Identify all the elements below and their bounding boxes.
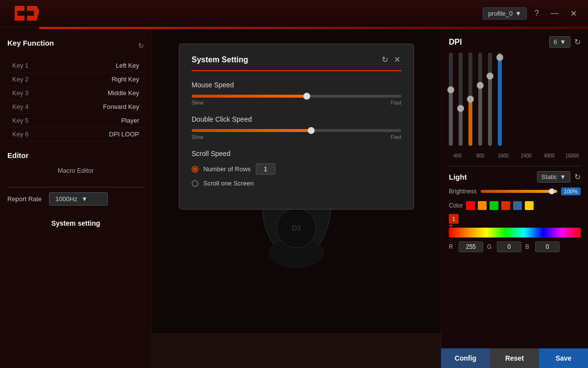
modal-refresh-button[interactable]: ↻ xyxy=(381,54,389,65)
close-button[interactable]: ✕ xyxy=(566,7,581,20)
dpi-title: DPI xyxy=(449,38,462,47)
save-button[interactable]: Save xyxy=(539,348,588,368)
dpi-label-col: 16000 xyxy=(564,153,581,158)
dpi-count-dropdown[interactable]: 6 ▼ xyxy=(549,36,570,48)
mouse-speed-fill xyxy=(192,95,307,98)
dpi-slider-6[interactable] xyxy=(498,53,502,146)
brightness-slider[interactable] xyxy=(481,190,557,193)
color-selector-box: 1 xyxy=(449,214,581,237)
rgb-row: R G B xyxy=(449,241,581,252)
double-click-slider-row: Slow Fast xyxy=(192,129,401,140)
color-number-1[interactable]: 1 xyxy=(449,214,459,224)
key-row[interactable]: Key 5 Player xyxy=(7,114,144,128)
color-swatch-5[interactable] xyxy=(513,201,522,210)
dpi-slider-5[interactable] xyxy=(488,53,492,146)
key-function-refresh-icon[interactable]: ↻ xyxy=(138,42,144,50)
dpi-slider-3[interactable] xyxy=(468,53,472,146)
dpi-label-col: 400 xyxy=(449,153,466,158)
mouse-speed-section: Mouse Speed Slow Fast xyxy=(192,81,401,105)
system-setting-button[interactable]: System setting xyxy=(7,215,144,231)
dpi-track-5 xyxy=(488,53,492,146)
key-row[interactable]: Key 3 Middle Key xyxy=(7,86,144,100)
dpi-fill-3 xyxy=(468,99,472,146)
dpi-refresh-button[interactable]: ↻ xyxy=(574,37,581,47)
chevron-down-icon: ▼ xyxy=(560,38,566,46)
color-swatch-2[interactable] xyxy=(478,201,487,210)
double-click-section: Double Click Speed Slow Fast xyxy=(192,115,401,140)
mouse-speed-track[interactable] xyxy=(192,95,401,98)
dpi-slider-1[interactable] xyxy=(449,53,453,146)
scroll-rows-input[interactable] xyxy=(256,163,275,175)
dpi-thumb-3[interactable] xyxy=(467,96,474,103)
color-swatch-6[interactable] xyxy=(525,201,534,210)
scroll-screen-radio[interactable] xyxy=(192,180,198,187)
double-click-title: Double Click Speed xyxy=(192,115,401,123)
key-row[interactable]: Key 1 Left Key xyxy=(7,59,144,73)
profile-dropdown[interactable]: profile_0 ▼ xyxy=(483,7,527,20)
g-input[interactable] xyxy=(497,241,521,252)
dpi-thumb-4[interactable] xyxy=(477,82,484,89)
minimize-button[interactable]: — xyxy=(547,7,563,20)
dpi-slider-4[interactable] xyxy=(478,53,482,146)
dpi-track-2 xyxy=(459,53,463,146)
top-bar: profile_0 ▼ ? — ✕ xyxy=(0,0,588,27)
dpi-thumb-2[interactable] xyxy=(457,105,464,112)
dpi-track-1 xyxy=(449,53,453,146)
light-title: Light xyxy=(449,173,467,181)
mouse-speed-thumb[interactable] xyxy=(303,93,310,100)
dpi-fill-1 xyxy=(449,90,453,146)
scroll-rows-label: Number of Rows xyxy=(203,165,251,173)
dpi-fill-5 xyxy=(488,76,492,146)
editor-section: Editor Macro Editor xyxy=(7,151,144,177)
key-row[interactable]: Key 4 Forward Key xyxy=(7,100,144,114)
help-button[interactable]: ? xyxy=(531,7,543,20)
dpi-label-col: 1600 xyxy=(495,153,512,158)
config-button[interactable]: Config xyxy=(441,348,490,368)
g-label: G xyxy=(487,243,493,250)
dpi-count-value: 6 xyxy=(554,38,557,46)
modal-title: System Setting xyxy=(192,55,248,64)
double-click-thumb[interactable] xyxy=(308,127,315,134)
dpi-label-col: 4800 xyxy=(540,153,558,158)
dpi-track-3 xyxy=(468,53,472,146)
chevron-down-icon: ▼ xyxy=(81,195,88,203)
mouse-speed-fast-label: Fast xyxy=(391,100,401,105)
chevron-down-icon: ▼ xyxy=(515,10,521,17)
brightness-thumb[interactable] xyxy=(549,188,555,194)
dpi-thumb-6[interactable] xyxy=(496,54,503,61)
scroll-rows-radio[interactable] xyxy=(192,166,198,173)
macro-editor-button[interactable]: Macro Editor xyxy=(7,164,144,177)
dpi-thumb-1[interactable] xyxy=(447,86,454,93)
dpi-fill-2 xyxy=(459,108,463,146)
dpi-thumb-5[interactable] xyxy=(487,73,493,79)
report-rate-dropdown[interactable]: 1000Hz ▼ xyxy=(49,192,108,206)
color-swatch-3[interactable] xyxy=(490,201,498,210)
dpi-header: DPI 6 ▼ ↻ xyxy=(449,36,581,48)
scroll-rows-option: Number of Rows xyxy=(192,163,401,175)
modal-close-button[interactable]: ✕ xyxy=(393,54,401,65)
color-gradient-bar[interactable] xyxy=(449,228,581,237)
dpi-fill-6 xyxy=(498,57,502,146)
color-swatch-4[interactable] xyxy=(501,201,510,210)
light-mode-dropdown[interactable]: Static ▼ xyxy=(537,171,570,183)
color-label: Color xyxy=(449,202,463,209)
dpi-track-4 xyxy=(478,53,482,146)
b-input[interactable] xyxy=(535,241,560,252)
dpi-slider-2[interactable] xyxy=(459,53,463,146)
key-row[interactable]: Key 6 DPI LOOP xyxy=(7,128,144,141)
dpi-fill-4 xyxy=(478,85,482,146)
mouse-speed-slow-label: Slow xyxy=(192,100,203,105)
key-row[interactable]: Key 2 Right Key xyxy=(7,73,144,86)
app-logo xyxy=(7,1,47,26)
light-refresh-button[interactable]: ↻ xyxy=(574,172,581,182)
report-rate-label: Report Rate xyxy=(7,195,42,203)
r-input[interactable] xyxy=(459,241,483,252)
color-swatch-1[interactable] xyxy=(466,201,475,210)
double-click-track[interactable] xyxy=(192,129,401,132)
reset-button[interactable]: Reset xyxy=(490,348,539,368)
mouse-speed-slider-row: Slow Fast xyxy=(192,95,401,105)
report-rate-row: Report Rate 1000Hz ▼ xyxy=(7,192,144,206)
dpi-labels-row: 400 800 1600 2400 4800 16000 xyxy=(449,153,581,158)
dpi-label-col: 800 xyxy=(472,153,489,158)
brightness-row: Brightness 100% xyxy=(449,187,581,195)
